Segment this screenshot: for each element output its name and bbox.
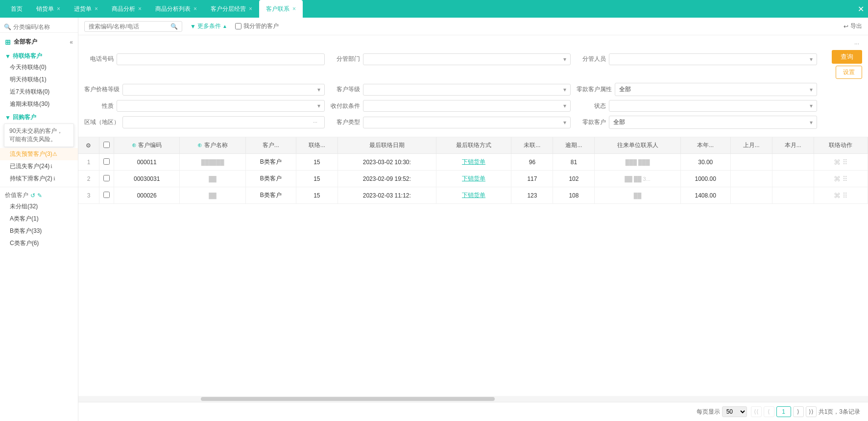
my-customers-check[interactable]	[235, 23, 241, 29]
select-all-checkbox[interactable]	[103, 142, 110, 148]
col-sort-icon[interactable]: ⊕	[132, 142, 137, 149]
advanced-filter: 电话号码 分管部门 ▾ 分管人员 ▾	[78, 35, 868, 137]
row-check[interactable]	[103, 158, 110, 165]
my-customers-checkbox[interactable]: 我分管的客户	[235, 22, 279, 30]
region-select[interactable]: ···	[122, 116, 325, 128]
sidebar-item-ungroup[interactable]: 未分组(32)	[0, 200, 78, 213]
app-close-button[interactable]: ✕	[858, 4, 864, 14]
customer-level-select[interactable]: ▾	[363, 84, 571, 96]
more-conditions-btn[interactable]: ▼ 更多条件 ▲	[186, 21, 231, 32]
dept-select[interactable]: ▾	[363, 53, 571, 65]
row-last-way[interactable]: 下销货单	[436, 171, 511, 187]
region-ellipsis[interactable]: ···	[310, 119, 320, 126]
sidebar-item-today[interactable]: 今天待联络(0)	[0, 61, 78, 74]
query-button[interactable]: 查询	[832, 50, 862, 64]
row-last-way[interactable]: 下销货单	[436, 154, 511, 171]
tab-close-product-list[interactable]: ×	[193, 5, 197, 12]
manager-select[interactable]: ▾	[609, 53, 817, 65]
ellipsis-btn[interactable]: ···	[851, 39, 862, 48]
col-customer-type: 客户...	[245, 137, 296, 154]
main-search-box[interactable]: 🔍	[84, 21, 182, 32]
sidebar-item-churn-warning[interactable]: 流失预警客户(3) ⚠	[0, 148, 78, 160]
sidebar-group-value[interactable]: 价值客户 ↺ ✎	[0, 189, 78, 200]
main-search-input[interactable]	[89, 23, 170, 30]
nature-select[interactable]: ▾	[117, 100, 325, 112]
col-checkbox[interactable]	[99, 137, 114, 154]
row-this-month	[772, 171, 814, 187]
row-name: ██	[180, 171, 245, 187]
sidebar-item-7days[interactable]: 近7天待联络(0)	[0, 86, 78, 98]
row-check[interactable]	[103, 175, 110, 181]
tab-close-purchase[interactable]: ×	[95, 5, 98, 12]
row-type: B类客户	[245, 171, 296, 187]
phone-input[interactable]	[117, 53, 325, 65]
sidebar-group-repurchase[interactable]: ▼ 回购客户	[0, 110, 78, 123]
row-checkbox[interactable]	[99, 171, 114, 187]
sidebar-item-c-class[interactable]: C类客户(6)	[0, 237, 78, 249]
tab-product-list[interactable]: 商品分析列表 ×	[148, 0, 204, 18]
export-btn[interactable]: ↩ 导出	[844, 22, 862, 30]
sidebar-item-churned[interactable]: 已流失客户(24) ℹ	[0, 160, 78, 173]
sidebar-collapse-btn[interactable]: «	[70, 39, 73, 46]
row-last-month	[730, 154, 772, 171]
sidebar-group-pending[interactable]: ▼ 待联络客户	[0, 49, 78, 61]
action-contact-icon[interactable]: ⌘	[834, 158, 841, 166]
tooltip-churn-risk: 90天未交易的客户，可能有流失风险。	[4, 124, 74, 147]
action-contact-icon[interactable]: ⌘	[834, 192, 841, 199]
sidebar-item-a-class[interactable]: A类客户(1)	[0, 213, 78, 225]
payment-select[interactable]: ▾	[363, 100, 571, 112]
row-last-way[interactable]: 下销货单	[436, 187, 511, 204]
scrollbar-thumb[interactable]	[201, 397, 495, 401]
tab-close-product-analysis[interactable]: ×	[138, 5, 142, 12]
tab-close-customer-layer[interactable]: ×	[249, 5, 252, 12]
tab-home[interactable]: 首页	[4, 0, 29, 18]
row-num: 2	[78, 171, 99, 187]
zero-attr-select[interactable]: 全部 ▾	[615, 83, 817, 96]
status-select[interactable]: ▾	[609, 100, 817, 112]
next-page-btn[interactable]: ⟩	[793, 406, 804, 417]
tab-product-analysis[interactable]: 商品分析 ×	[105, 0, 148, 18]
sidebar-search-input[interactable]	[13, 24, 74, 30]
action-more-icon[interactable]: ⠿	[843, 175, 847, 183]
page-size-select[interactable]: 50 100 200	[722, 406, 747, 417]
sidebar-all-customers[interactable]: ⊞ 全部客户 «	[0, 35, 78, 49]
row-check[interactable]	[103, 192, 110, 198]
tab-close-customer-contact[interactable]: ×	[292, 5, 296, 12]
pagination: ⟨⟨ ⟨ 1 ⟩ ⟩⟩ 共1页，3条记录	[751, 406, 860, 417]
filter-customer-level: 客户等级 ▾	[331, 84, 571, 96]
filter-nature: 性质 ▾	[84, 100, 325, 112]
current-page[interactable]: 1	[776, 406, 791, 417]
tab-customer-layer[interactable]: 客户分层经营 ×	[204, 0, 259, 18]
action-contact-icon[interactable]: ⌘	[834, 175, 841, 183]
status-arrow: ▾	[810, 102, 813, 109]
zero-customer-select[interactable]: 全部 ▾	[609, 116, 817, 129]
sidebar-item-overdue[interactable]: 逾期未联络(30)	[0, 98, 78, 110]
edit-icon-value[interactable]: ✎	[37, 192, 42, 199]
tab-customer-contact[interactable]: 客户联系 ×	[259, 0, 303, 18]
last-page-btn[interactable]: ⟩⟩	[806, 406, 817, 417]
prev-page-btn[interactable]: ⟨	[764, 406, 774, 417]
price-level-select[interactable]: ▾	[122, 84, 325, 96]
tab-close-sales[interactable]: ×	[57, 5, 60, 12]
settings-button[interactable]: 设置	[836, 66, 862, 79]
action-more-icon[interactable]: ⠿	[843, 158, 847, 166]
tab-sales[interactable]: 销货单 ×	[29, 0, 67, 18]
horizontal-scrollbar[interactable]	[78, 396, 868, 402]
col-settings[interactable]: ⚙	[78, 137, 99, 154]
row-checkbox[interactable]	[99, 187, 114, 204]
sidebar-item-declining[interactable]: 持续下滑客户(2) ℹ	[0, 173, 78, 185]
first-page-btn[interactable]: ⟨⟨	[751, 406, 762, 417]
customer-type-select[interactable]: ▾	[363, 117, 571, 128]
sidebar-item-tomorrow[interactable]: 明天待联络(1)	[0, 74, 78, 86]
tab-purchase[interactable]: 进货单 ×	[67, 0, 105, 18]
search-btn-icon[interactable]: 🔍	[170, 23, 178, 30]
row-this-year: 1408.00	[680, 187, 730, 204]
filter-manager: 分管人员 ▾	[577, 53, 817, 65]
sidebar-item-b-class[interactable]: B类客户(33)	[0, 225, 78, 237]
col-sort-name-icon[interactable]: ⊕	[197, 142, 202, 149]
col-un-contact: 未联...	[511, 137, 553, 154]
refresh-icon-value[interactable]: ↺	[30, 192, 35, 199]
row-type: B类客户	[245, 187, 296, 204]
row-checkbox[interactable]	[99, 154, 114, 171]
action-more-icon[interactable]: ⠿	[843, 192, 847, 199]
